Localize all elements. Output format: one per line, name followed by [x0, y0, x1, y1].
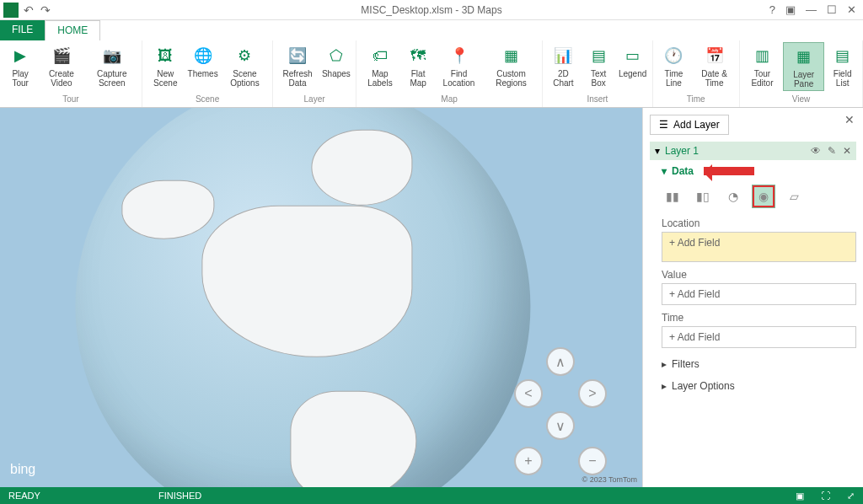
help-icon[interactable]: ? — [769, 3, 775, 16]
ribbon-icon: ▶ — [8, 44, 32, 67]
collapse-icon[interactable]: ▾ — [662, 165, 667, 177]
ribbon-group-name: Time — [657, 93, 736, 105]
visibility-icon[interactable]: 👁 — [811, 145, 821, 157]
ribbon-label: Shapes — [322, 69, 351, 78]
rename-icon[interactable]: ✎ — [828, 145, 836, 157]
ribbon-item[interactable]: ▦Custom Regions — [484, 42, 539, 89]
time-field-box[interactable]: + Add Field — [662, 326, 856, 348]
zoom-in-button[interactable]: + — [514, 447, 543, 475]
location-field-box[interactable]: + Add Field — [662, 232, 856, 262]
ribbon-icon: 🕐 — [662, 44, 685, 67]
ribbon-icon: ▭ — [621, 44, 645, 67]
ribbon-item[interactable]: 🖼New Scene — [146, 42, 185, 89]
ribbon-item[interactable]: 🔄Refresh Data — [276, 42, 319, 89]
bubble-icon[interactable]: ◔ — [722, 185, 744, 207]
filters-section[interactable]: ▸ Filters — [662, 358, 856, 370]
ribbon-label: 2D Chart — [549, 69, 576, 88]
ribbon-group-name: Tour — [3, 93, 138, 105]
ribbon-icon: 🖼 — [153, 44, 177, 67]
ribbon-icon: 🌐 — [191, 44, 215, 67]
ribbon-icon: 🏷 — [368, 44, 392, 67]
ribbon-item[interactable]: 📍Find Location — [436, 42, 482, 89]
stacked-column-icon[interactable]: ▮▮ — [662, 185, 683, 207]
excel-icon — [3, 3, 19, 18]
ribbon-icon: ▥ — [750, 44, 774, 67]
redo-icon[interactable]: ↷ — [40, 3, 51, 17]
ribbon-icon: ⚙ — [233, 44, 256, 67]
ribbon-icon: 📷 — [100, 44, 124, 67]
ribbon-item[interactable]: 🕐Time Line — [657, 42, 692, 89]
ribbon-icon: 🎬 — [50, 44, 73, 67]
layer-pane: ✕ ☰ Add Layer ▾ Layer 1 👁 ✎ ✕ ▾ Data ▮▮ … — [642, 108, 863, 487]
delete-layer-icon[interactable]: ✕ — [843, 145, 851, 157]
nav-up-button[interactable]: ∧ — [546, 347, 575, 376]
tab-file[interactable]: FILE — [0, 20, 45, 40]
ribbon-item[interactable]: ▭Legend — [617, 42, 649, 80]
ribbon-item[interactable]: ▤Field List — [826, 42, 859, 89]
ribbon-label: Layer Pane — [787, 70, 820, 88]
zoom-out-button[interactable]: − — [578, 447, 607, 475]
close-icon[interactable]: ✕ — [847, 3, 856, 16]
minimize-icon[interactable]: — — [806, 3, 817, 16]
quick-access-toolbar: ↶ ↷ — [24, 3, 51, 17]
ribbon-group-name: Layer — [276, 93, 352, 105]
status-icon[interactable]: ⤢ — [847, 491, 855, 501]
ribbon-label: Field List — [829, 69, 855, 88]
ribbon-group-name: Map — [360, 93, 539, 105]
ribbon-icon: 📅 — [703, 44, 726, 67]
ribbon-item[interactable]: 🗺Flat Map — [402, 42, 434, 89]
ribbon-tabs: FILE HOME — [0, 20, 863, 40]
ribbon-item[interactable]: ⬠Shapes — [320, 42, 352, 80]
ribbon-item[interactable]: 📊2D Chart — [546, 42, 580, 89]
status-finished: FINISHED — [158, 491, 201, 501]
ribbon-item[interactable]: ▶Play Tour — [3, 42, 37, 89]
expand-icon: ▸ — [662, 358, 667, 370]
heatmap-icon[interactable]: ◉ — [753, 185, 775, 207]
value-label: Value — [662, 269, 856, 281]
status-bar: READY FINISHED ▣ ⛶ ⤢ — [0, 487, 863, 504]
ribbon-icon: 📍 — [448, 44, 471, 67]
close-panel-icon[interactable]: ✕ — [844, 113, 855, 126]
nav-right-button[interactable]: > — [578, 379, 607, 408]
map-canvas[interactable]: bing © 2023 TomTom ∧ < > ∨ + − — [0, 108, 642, 487]
undo-icon[interactable]: ↶ — [24, 3, 34, 17]
ribbon-group-name: Insert — [546, 93, 648, 105]
ribbon-icon: ▦ — [792, 45, 816, 68]
ribbon-options-icon[interactable]: ▣ — [785, 3, 796, 16]
ribbon-item[interactable]: 🎬Create Video — [39, 42, 83, 89]
collapse-icon[interactable]: ▾ — [655, 145, 660, 157]
status-icon[interactable]: ▣ — [796, 491, 804, 501]
clustered-column-icon[interactable]: ▮▯ — [692, 185, 714, 207]
ribbon-item[interactable]: 🌐Themes — [187, 42, 219, 80]
ribbon-item[interactable]: 🏷Map Labels — [360, 42, 400, 89]
time-label: Time — [662, 312, 856, 324]
globe — [75, 108, 530, 487]
maximize-icon[interactable]: ☐ — [827, 3, 837, 16]
region-icon[interactable]: ▱ — [783, 185, 805, 207]
ribbon-item[interactable]: ▤Text Box — [582, 42, 615, 89]
nav-down-button[interactable]: ∨ — [546, 411, 575, 440]
status-icon[interactable]: ⛶ — [821, 491, 830, 501]
layer-options-section[interactable]: ▸ Layer Options — [662, 380, 856, 392]
ribbon-label: Scene Options — [224, 69, 266, 88]
ribbon-label: Text Box — [586, 69, 612, 88]
ribbon-item[interactable]: ▦Layer Pane — [783, 42, 824, 91]
ribbon-label: New Scene — [149, 69, 182, 88]
data-section-header[interactable]: ▾ Data — [662, 165, 856, 177]
value-field-box[interactable]: + Add Field — [662, 283, 856, 305]
ribbon-label: Themes — [188, 69, 218, 78]
ribbon-label: Time Line — [660, 69, 689, 88]
add-layer-button[interactable]: ☰ Add Layer — [650, 115, 729, 135]
ribbon-item[interactable]: 📷Capture Screen — [86, 42, 138, 89]
ribbon-label: Map Labels — [363, 69, 397, 88]
layer-header[interactable]: ▾ Layer 1 👁 ✎ ✕ — [650, 142, 856, 160]
window-title: MISC_Desktop.xlsm - 3D Maps — [361, 4, 501, 16]
map-attribution: © 2023 TomTom — [582, 475, 638, 484]
ribbon-item[interactable]: ⚙Scene Options — [221, 42, 270, 89]
ribbon-label: Date & Time — [696, 69, 732, 88]
ribbon-item[interactable]: 📅Date & Time — [693, 42, 736, 89]
nav-left-button[interactable]: < — [514, 379, 543, 408]
status-ready: READY — [8, 491, 40, 501]
ribbon-item[interactable]: ▥Tour Editor — [743, 42, 781, 89]
tab-home[interactable]: HOME — [45, 20, 100, 40]
